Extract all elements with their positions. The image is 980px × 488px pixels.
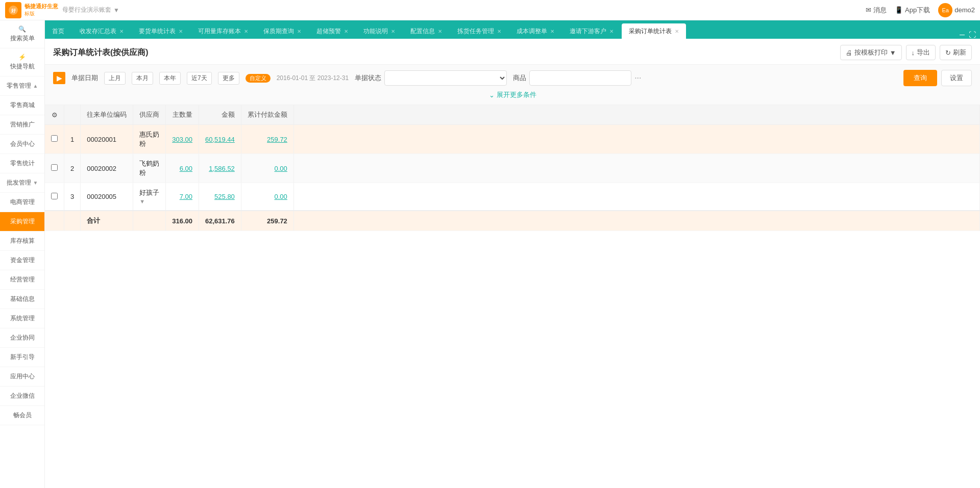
sidebar-item-vipmember[interactable]: 畅会员 bbox=[0, 406, 44, 425]
sidebar-item-system[interactable]: 系统管理 bbox=[0, 309, 44, 328]
row-paidamount[interactable]: 0.00 bbox=[241, 154, 293, 183]
sidebar-item-ecommerce[interactable]: 电商管理 bbox=[0, 193, 44, 212]
page-header: 采购订单统计表(按供应商) 🖨 按模板打印 ▼ ↓ 导出 ↻ 刷新 bbox=[45, 39, 980, 65]
tab-close-icon[interactable]: ✕ bbox=[609, 29, 614, 34]
row-paidamount[interactable]: 0.00 bbox=[241, 183, 293, 211]
sidebar-item-retailstat[interactable]: 零售统计 bbox=[0, 154, 44, 173]
sidebar-item-enterprise[interactable]: 企业协同 bbox=[0, 328, 44, 348]
sidebar-item-retailshop[interactable]: 零售商城 bbox=[0, 96, 44, 115]
date-this-year-btn[interactable]: 本年 bbox=[159, 72, 181, 85]
row-unitcode: 00020005 bbox=[81, 183, 133, 211]
tab-close-icon[interactable]: ✕ bbox=[438, 29, 442, 34]
tab-home[interactable]: 首页 bbox=[45, 23, 71, 39]
refresh-button[interactable]: ↻ 刷新 bbox=[940, 45, 972, 60]
sidebar-item-finance[interactable]: 资金管理 bbox=[0, 251, 44, 270]
row-mainqty[interactable]: 7.00 bbox=[166, 183, 199, 211]
date-more-btn[interactable]: 更多 bbox=[218, 72, 239, 85]
sidebar-item-basic[interactable]: 基础信息 bbox=[0, 290, 44, 309]
breadcrumb: 母婴行业演示账套 ▼ bbox=[62, 6, 119, 14]
tab-close-icon[interactable]: ✕ bbox=[119, 29, 124, 34]
settings-button[interactable]: 设置 bbox=[941, 70, 972, 86]
sidebar-item-appcenter[interactable]: 应用中心 bbox=[0, 367, 44, 387]
row-amount[interactable]: 525.80 bbox=[199, 183, 241, 211]
th-settings[interactable]: ⚙ bbox=[45, 105, 64, 125]
user-area[interactable]: Ea demo2 bbox=[938, 3, 975, 17]
tab-close-icon[interactable]: ✕ bbox=[391, 29, 395, 34]
page-actions: 🖨 按模板打印 ▼ ↓ 导出 ↻ 刷新 bbox=[840, 45, 972, 60]
row-checkbox[interactable] bbox=[45, 125, 64, 154]
tab-config[interactable]: 配置信息 ✕ bbox=[403, 23, 449, 39]
tab-funcdesc[interactable]: 功能说明 ✕ bbox=[356, 23, 402, 39]
row-extra bbox=[293, 125, 979, 154]
sidebar-item-marketing[interactable]: 营销推广 bbox=[0, 115, 44, 135]
date-label: 单据日期 bbox=[71, 73, 98, 83]
template-print-button[interactable]: 🖨 按模板打印 ▼ bbox=[840, 45, 902, 60]
tab-close-icon[interactable]: ✕ bbox=[675, 29, 679, 34]
sidebar-item-wholesale[interactable]: 批发管理 ▼ bbox=[0, 173, 44, 193]
goods-more-icon[interactable]: ··· bbox=[634, 73, 641, 83]
sidebar-item-purchase[interactable]: 采购管理 bbox=[0, 212, 44, 232]
tab-overstock[interactable]: 超储预警 ✕ bbox=[309, 23, 355, 39]
date-range: 2016-01-01 至 2023-12-31 bbox=[277, 74, 349, 83]
tab-invitedownstream[interactable]: 邀请下游客户 ✕ bbox=[562, 23, 621, 39]
row-mainqty[interactable]: 303.00 bbox=[166, 125, 199, 154]
goods-input[interactable] bbox=[529, 70, 631, 86]
tab-minimize-icon[interactable]: ─ bbox=[960, 31, 965, 39]
table-row: 1 00020001 惠氏奶粉 303.00 60,519.44 259.72 bbox=[45, 125, 980, 154]
date-last-month-btn[interactable]: 上月 bbox=[104, 72, 126, 85]
printer-icon: 🖨 bbox=[846, 49, 852, 57]
footer-amount: 62,631.76 bbox=[199, 211, 241, 231]
svg-text:好: 好 bbox=[11, 8, 16, 13]
tab-close-icon[interactable]: ✕ bbox=[244, 29, 248, 34]
row-checkbox[interactable] bbox=[45, 154, 64, 183]
tab-close-icon[interactable]: ✕ bbox=[297, 29, 301, 34]
logo-area: 好 畅捷通好生意 标版 bbox=[5, 2, 58, 18]
sidebar-item-search[interactable]: 🔍 搜索英单 bbox=[0, 20, 44, 48]
status-label: 单据状态 bbox=[355, 73, 381, 83]
message-btn[interactable]: ✉ 消息 bbox=[866, 6, 887, 15]
tab-costadj[interactable]: 成本调整单 ✕ bbox=[509, 23, 561, 39]
date-this-month-btn[interactable]: 本月 bbox=[132, 72, 153, 85]
checkbox-input[interactable] bbox=[51, 135, 58, 142]
app-download-btn[interactable]: 📱 App下载 bbox=[895, 6, 930, 15]
tab-close-icon[interactable]: ✕ bbox=[550, 29, 554, 34]
tab-expand-icon[interactable]: ⛶ bbox=[969, 31, 976, 39]
export-button[interactable]: ↓ 导出 bbox=[906, 45, 936, 60]
tab-close-icon[interactable]: ✕ bbox=[179, 29, 183, 34]
table-row: 3 00020005 好孩子 ▼ 7.00 525.80 0.00 bbox=[45, 183, 980, 211]
row-mainqty[interactable]: 6.00 bbox=[166, 154, 199, 183]
filter-toggle-button[interactable]: ▶ bbox=[53, 72, 65, 84]
sidebar-item-newguide[interactable]: 新手引导 bbox=[0, 348, 44, 367]
search-button[interactable]: 查询 bbox=[903, 70, 937, 86]
sidebar-item-inventory[interactable]: 库存核算 bbox=[0, 232, 44, 251]
row-index: 2 bbox=[64, 154, 81, 183]
date-7days-btn[interactable]: 近7天 bbox=[187, 72, 212, 85]
th-mainqty: 主数量 bbox=[166, 105, 199, 125]
tab-close-icon[interactable]: ✕ bbox=[344, 29, 348, 34]
tab-bar-controls: ─ ⛶ bbox=[955, 31, 980, 39]
custom-badge[interactable]: 自定义 bbox=[246, 74, 271, 83]
sidebar-item-member[interactable]: 会员中心 bbox=[0, 135, 44, 154]
checkbox-input[interactable] bbox=[51, 164, 58, 171]
sidebar-item-retail[interactable]: 零售管理 ▲ bbox=[0, 76, 44, 96]
row-paidamount[interactable]: 259.72 bbox=[241, 125, 293, 154]
tab-close-icon[interactable]: ✕ bbox=[497, 29, 501, 34]
status-select[interactable] bbox=[384, 70, 507, 86]
sidebar-item-entwechat[interactable]: 企业微信 bbox=[0, 387, 44, 406]
tab-picktask[interactable]: 拣货任务管理 ✕ bbox=[450, 23, 508, 39]
logo-text: 畅捷通好生意 标版 bbox=[24, 3, 58, 17]
expand-more-button[interactable]: ⌄ 展开更多条件 bbox=[489, 90, 536, 99]
row-checkbox[interactable] bbox=[45, 183, 64, 211]
shortcut-icon: ⚡ bbox=[18, 54, 26, 61]
tab-availablestock[interactable]: 可用量库存账本 ✕ bbox=[191, 23, 255, 39]
checkbox-input[interactable] bbox=[51, 193, 58, 199]
row-amount[interactable]: 60,519.44 bbox=[199, 125, 241, 154]
tab-warranty[interactable]: 保质期查询 ✕ bbox=[256, 23, 308, 39]
tab-requisition[interactable]: 要货单统计表 ✕ bbox=[132, 23, 190, 39]
tab-purchasestat[interactable]: 采购订单统计表 ✕ bbox=[622, 23, 686, 39]
row-amount[interactable]: 1,586.52 bbox=[199, 154, 241, 183]
tab-receivesend[interactable]: 收发存汇总表 ✕ bbox=[72, 23, 131, 39]
sidebar-item-shortcut[interactable]: ⚡ 快捷导航 bbox=[0, 48, 44, 76]
logo-icon: 好 bbox=[5, 2, 21, 18]
sidebar-item-operation[interactable]: 经营管理 bbox=[0, 270, 44, 290]
